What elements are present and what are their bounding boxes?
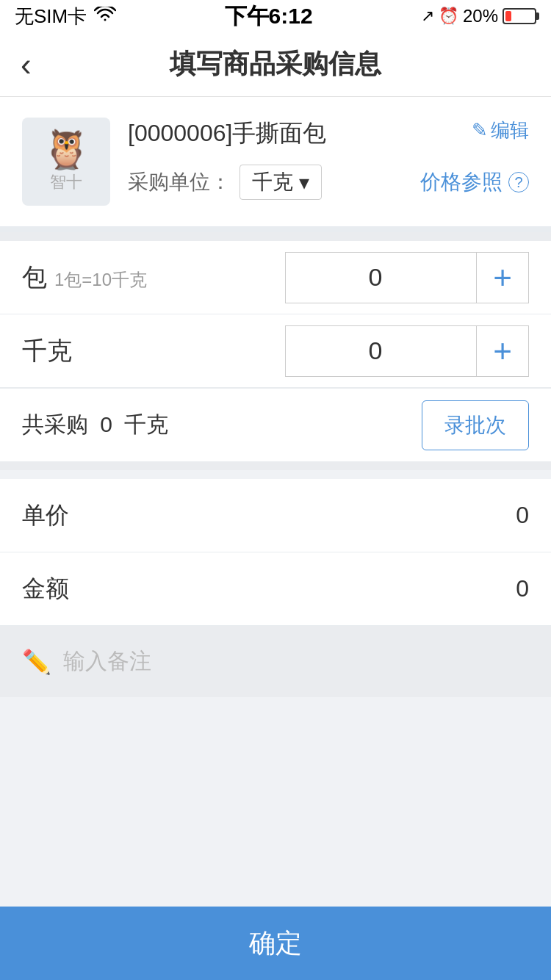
batch-button[interactable]: 录批次 bbox=[422, 400, 529, 450]
product-header: [0000006]手撕面包 ✎ 编辑 bbox=[128, 118, 529, 150]
alarm-icon: ⏰ bbox=[439, 7, 458, 26]
product-thumb-label: 智十 bbox=[50, 171, 82, 193]
pencil-icon: ✏️ bbox=[22, 648, 51, 676]
product-name: [0000006]手撕面包 bbox=[128, 118, 472, 150]
unit-price-label: 单价 bbox=[22, 500, 69, 532]
unit-price-row: 单价 0 bbox=[0, 479, 551, 552]
price-ref-help-icon: ? bbox=[508, 172, 529, 192]
main-content: 🦉 智十 [0000006]手撕面包 ✎ 编辑 采购单位： 千克 ▾ bbox=[0, 97, 551, 785]
kg-label-group: 千克 bbox=[22, 334, 72, 368]
unit-price-value: 0 bbox=[516, 502, 529, 529]
summary-amount: 0 bbox=[100, 412, 112, 436]
product-info: [0000006]手撕面包 ✎ 编辑 采购单位： 千克 ▾ 价格参照 ? bbox=[128, 118, 529, 200]
battery-percent: 20% bbox=[463, 6, 498, 26]
status-bar: 无SIM卡 下午6:12 ↗ ⏰ 20% bbox=[0, 0, 551, 32]
section-divider-1 bbox=[0, 232, 551, 241]
bao-label: 包 bbox=[22, 261, 47, 295]
status-left: 无SIM卡 bbox=[15, 4, 116, 29]
status-time: 下午6:12 bbox=[225, 1, 313, 32]
carrier-text: 无SIM卡 bbox=[15, 4, 87, 29]
summary-section: 共采购 0 千克 录批次 bbox=[0, 388, 551, 461]
product-thumbnail: 🦉 智十 bbox=[22, 118, 110, 206]
bao-row: 包 1包=10千克 + bbox=[0, 241, 551, 314]
input-section: 包 1包=10千克 + 千克 + bbox=[0, 241, 551, 388]
kg-label: 千克 bbox=[22, 334, 72, 368]
bao-input[interactable] bbox=[285, 252, 476, 303]
bao-input-group: + bbox=[285, 252, 529, 303]
section-divider-2 bbox=[0, 461, 551, 470]
product-unit-row: 采购单位： 千克 ▾ 价格参照 ? bbox=[128, 165, 529, 200]
kg-input[interactable] bbox=[285, 325, 476, 377]
status-right: ↗ ⏰ 20% bbox=[421, 6, 536, 26]
kg-plus-button[interactable]: + bbox=[476, 325, 529, 377]
summary-suffix: 千克 bbox=[124, 412, 168, 436]
bao-plus-button[interactable]: + bbox=[476, 252, 529, 303]
amount-label: 金额 bbox=[22, 573, 69, 605]
location-icon: ↗ bbox=[421, 7, 434, 26]
price-ref-button[interactable]: 价格参照 ? bbox=[420, 168, 529, 196]
price-section: 单价 0 金额 0 bbox=[0, 479, 551, 626]
price-ref-label: 价格参照 bbox=[420, 168, 503, 196]
dropdown-icon: ▾ bbox=[299, 170, 309, 195]
kg-row: 千克 + bbox=[0, 314, 551, 388]
amount-row: 金额 0 bbox=[0, 552, 551, 626]
wifi-icon bbox=[94, 5, 116, 28]
nav-bar: ‹ 填写商品采购信息 bbox=[0, 32, 551, 97]
confirm-bar[interactable]: 确定 bbox=[0, 907, 551, 980]
edit-button[interactable]: ✎ 编辑 bbox=[472, 118, 529, 143]
summary-prefix: 共采购 bbox=[22, 412, 88, 436]
page-title: 填写商品采购信息 bbox=[170, 46, 381, 82]
amount-value: 0 bbox=[516, 575, 529, 602]
back-button[interactable]: ‹ bbox=[21, 48, 32, 81]
battery-icon bbox=[503, 8, 536, 24]
edit-icon: ✎ bbox=[472, 119, 488, 142]
kg-input-group: + bbox=[285, 325, 529, 377]
edit-label: 编辑 bbox=[491, 118, 529, 143]
unit-value: 千克 bbox=[252, 168, 293, 196]
bao-label-group: 包 1包=10千克 bbox=[22, 261, 147, 295]
confirm-button[interactable]: 确定 bbox=[249, 926, 302, 962]
product-section: 🦉 智十 [0000006]手撕面包 ✎ 编辑 采购单位： 千克 ▾ bbox=[0, 97, 551, 232]
bao-sub: 1包=10千克 bbox=[54, 268, 147, 292]
product-thumb-icon: 🦉 bbox=[43, 130, 90, 168]
unit-label: 采购单位： bbox=[128, 168, 231, 196]
note-section[interactable]: ✏️ 输入备注 bbox=[0, 626, 551, 697]
summary-text: 共采购 0 千克 bbox=[22, 410, 168, 440]
note-placeholder: 输入备注 bbox=[63, 646, 151, 677]
unit-select[interactable]: 千克 ▾ bbox=[240, 165, 322, 200]
